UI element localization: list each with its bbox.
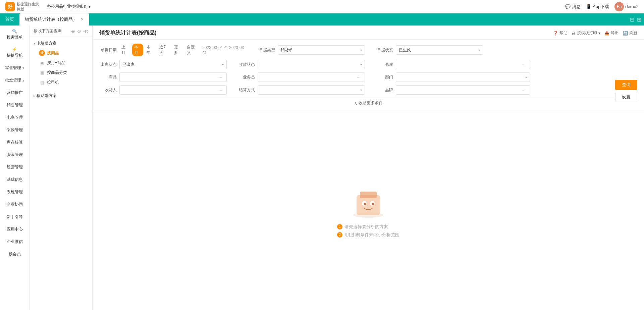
add-icon[interactable]: ⊕ [71,29,75,34]
filter-outstatus-select[interactable]: 已出库 ▾ [119,60,227,69]
more-icon4[interactable]: ··· [217,87,224,93]
message-action[interactable]: 💬 消息 [565,4,581,10]
label-outstatus: 出库状态 [99,62,119,67]
sidebar-quick-nav[interactable]: ⚡ 快捷导航 [0,44,29,62]
page-header: 销货单统计计表(按商品) ❓ 帮助 🖨 按模板打印 ▾ 📤 导出 🔄 刷新 [93,25,644,40]
goods-input-field[interactable] [122,75,216,80]
tip-num-1: 1 [337,224,342,229]
svg-point-6 [372,203,374,205]
empty-svg [348,185,388,218]
date-tab-more[interactable]: 更多 [172,44,183,56]
date-tab-year[interactable]: 本年 [145,44,156,56]
collapse-icon[interactable]: ≪ [83,29,88,34]
tab-close-icon[interactable]: ✕ [80,17,84,22]
app-download-action[interactable]: 📱 App下载 [586,4,609,10]
tab-maximize-icon[interactable]: ⊞ [637,16,641,23]
print-icon: 🖨 [572,31,576,36]
date-tab-custom[interactable]: 自定义 [185,44,200,56]
sidebar-item-ecommerce[interactable]: 电商管理 [0,111,29,124]
date-tab-cur[interactable]: 本月 [132,44,144,56]
help-action[interactable]: ❓ 帮助 [553,30,568,36]
tree-group-pc[interactable]: ▾ 电脑端方案 [30,39,92,48]
more-icon3[interactable]: ··· [355,74,362,80]
warehouse-input-field[interactable] [399,62,519,67]
filter-type-select[interactable]: 销货单 ▾ [278,45,365,55]
empty-tip-1: 1 请先选择要分析的方案 [337,224,388,230]
more-icon5[interactable]: ··· [520,87,527,93]
tab-minimize-icon[interactable]: ⊟ [630,16,634,23]
sidebar-item-member[interactable]: 畅会员 [0,248,29,260]
sidebar-item-appcenter[interactable]: 应用中心 [0,223,29,236]
more-icon[interactable]: ··· [520,62,527,67]
tree-item-by-goods-cat[interactable]: ▦ 按商品分类 [30,68,92,78]
chevron-right-icon: ▴ [22,79,24,82]
filter-brand-input[interactable]: ··· [396,85,530,95]
tree-group-mobile[interactable]: ▸ 移动端方案 [30,91,92,100]
sidebar-item-marketing[interactable]: 营销推广 [0,87,29,99]
tree-item-by-goods[interactable]: 按 按商品 [30,48,92,58]
sidebar-item-finance[interactable]: 资金管理 [0,149,29,161]
print-action[interactable]: 🖨 按模板打印 ▾ [572,30,600,36]
search-icon: 🔍 [12,29,17,34]
collapse-bar[interactable]: ∧ 收起更多条件 [99,98,637,108]
brand-input-field[interactable] [399,88,519,92]
sidebar-search[interactable]: 🔍 搜索菜单 [0,25,29,44]
sidebar-item-newbie[interactable]: 新手引导 [0,211,29,223]
svg-point-5 [364,203,366,205]
date-tab-prev[interactable]: 上月 [119,44,131,56]
user-menu[interactable]: Ea demo2 [614,2,639,11]
chevron-down-icon5: ▾ [525,75,527,79]
sidebar-item-purchase[interactable]: 采购管理 [0,124,29,136]
chevron-down-icon4: ▾ [360,63,362,66]
filter-row-1: 单据日期 上月 本月 本年 近7天 更多 自定义 2023-03-01 至 20… [99,44,637,56]
filter-goods-input[interactable]: ··· [119,72,227,82]
filter-type-value: 销货单 [281,47,293,53]
empty-tip-2: 2 用[过滤]条件来缩小分析范围 [337,232,399,238]
query-button[interactable]: 查询 [615,80,637,90]
filter-payment-select[interactable]: ▾ [258,60,365,69]
setting-button[interactable]: 设置 [615,92,637,102]
sidebar-item-stock[interactable]: 库存核算 [0,136,29,149]
date-filter: 上月 本月 本年 近7天 更多 自定义 2023-03-01 至 2023-03… [119,44,247,56]
company-select[interactable]: 办公用品行业模拟账套 ▾ [47,4,91,9]
tree-item-by-cashier[interactable]: ▤ 按司机 [30,78,92,87]
refresh-action[interactable]: 🔄 刷新 [623,30,637,36]
empty-state: 1 请先选择要分析的方案 2 用[过滤]条件来缩小分析范围 [93,112,644,310]
tree-section-mobile: ▸ 移动端方案 [30,89,92,102]
settings-icon[interactable]: ⊙ [77,29,81,34]
tab-home[interactable]: 首页 [0,13,19,25]
sidebar-item-retail[interactable]: 零售管理 ▾ [0,62,29,74]
app-icon: 📱 [586,4,591,9]
sidebar-item-sales[interactable]: 销售管理 [0,99,29,111]
date-tab-7days[interactable]: 近7天 [157,44,171,56]
action-buttons: 查询 设置 [615,80,637,102]
top-nav: 好 畅捷通好生意 标版 办公用品行业模拟账套 ▾ 💬 消息 📱 App下载 Ea… [0,0,644,13]
filter-receiver-input[interactable]: ··· [119,85,227,95]
filter-row-4: 收货人 ··· 结算方式 ▾ 品牌 ··· [99,85,637,95]
left-panel-header-icons: ⊕ ⊙ ≪ [71,29,88,34]
filter-outstatus-value: 已出库 [122,62,135,67]
more-icon2[interactable]: ··· [217,74,224,80]
sidebar-item-operation[interactable]: 经营管理 [0,161,29,173]
salesman-input-field[interactable] [261,75,354,80]
date-range: 2023-03-01 至 2023-03-31 [202,45,247,55]
filter-dept-select[interactable]: ▾ [396,72,530,82]
filter-settle-select[interactable]: ▾ [258,85,365,95]
sidebar-item-corpwx[interactable]: 企业微信 [0,236,29,248]
sidebar-item-wholesale[interactable]: 批发管理 ▴ [0,74,29,87]
export-action[interactable]: 📤 导出 [604,30,619,36]
filter-status-select[interactable]: 已生效 ▾ [396,45,483,55]
tab-sales-stat[interactable]: 销货单统计计表（按商品） ✕ [19,13,89,25]
tab-bar-right: ⊟ ⊞ [630,16,644,23]
main-layout: 🔍 搜索菜单 ⚡ 快捷导航 零售管理 ▾ 批发管理 ▴ 营销推广 销售管理 电商… [0,25,644,310]
label-brand: 品牌 [376,87,396,93]
tree-item-by-month-goods[interactable]: ▣ 按月+商品 [30,58,92,68]
sidebar-item-system[interactable]: 系统管理 [0,186,29,198]
sidebar-item-basic[interactable]: 基础信息 [0,173,29,186]
sidebar-item-corp[interactable]: 企业协同 [0,198,29,211]
filter-warehouse-input[interactable]: ··· [396,60,530,69]
filter-salesman-input[interactable]: ··· [258,72,365,82]
label-warehouse: 仓库 [376,62,396,67]
receiver-input-field[interactable] [122,88,216,92]
top-nav-left: 好 畅捷通好生意 标版 办公用品行业模拟账套 ▾ [5,2,91,11]
